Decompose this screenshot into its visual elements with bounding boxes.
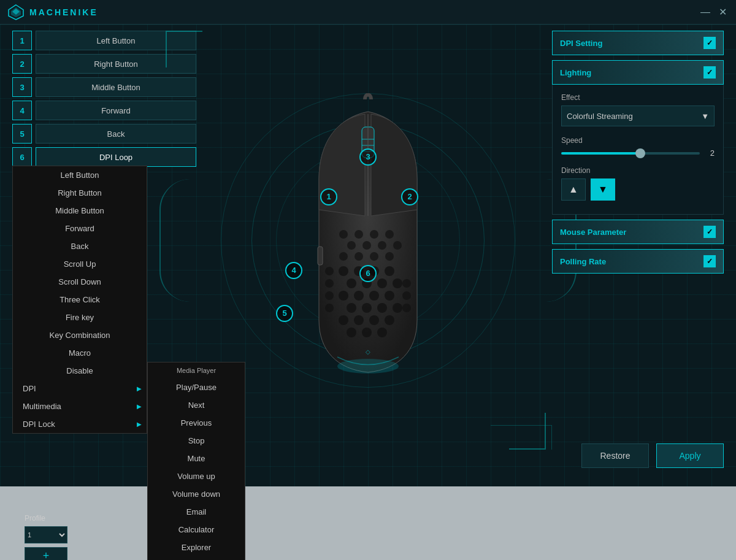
apply-button[interactable]: Apply [656, 443, 724, 468]
svg-point-16 [362, 303, 372, 313]
dropdown-item[interactable]: Three Click [13, 291, 147, 309]
corner-tl [166, 31, 202, 67]
button-label-3[interactable]: Middle Button [36, 77, 196, 97]
svg-point-15 [347, 303, 356, 313]
dropdown-subitem-dpi[interactable]: DPI▶ [13, 380, 147, 397]
submenu-item[interactable]: Email [148, 503, 245, 521]
profile-add-button[interactable]: + [25, 547, 67, 560]
dropdown-item[interactable]: Fire key [13, 309, 147, 326]
bottom-action-buttons: Restore Apply [581, 443, 724, 468]
dropdown-subitem-multimedia[interactable]: Multimedia▶ [13, 397, 147, 415]
lighting-check: ✓ [703, 66, 716, 79]
button-number-6[interactable]: 6 [12, 147, 32, 167]
submenu-item[interactable]: Previous [148, 414, 245, 432]
right-settings-panel: DPI Setting ✓ Lighting ✓ Effect Colorful… [552, 31, 724, 278]
mouse-label-5: 5 [276, 305, 293, 322]
dropdown-item[interactable]: Forward [13, 220, 147, 237]
mouse-label-6: 6 [359, 265, 377, 282]
dropdown-item[interactable]: Macro [13, 344, 147, 362]
mouse-image-container: ◇ 1 2 3 4 5 6 [270, 93, 466, 388]
submenu-item[interactable]: Volume up [148, 467, 245, 485]
mouse-param-section: Mouse Parameter ✓ [552, 220, 724, 244]
svg-point-13 [385, 291, 394, 301]
svg-point-14 [339, 291, 348, 301]
lighting-header[interactable]: Lighting ✓ [552, 60, 724, 85]
svg-point-43 [402, 291, 411, 300]
dropdown-item[interactable]: Scroll Up [13, 255, 147, 273]
dropdown-subitem-dpi lock[interactable]: DPI Lock▶ [13, 415, 147, 433]
mouse-param-title: Mouse Parameter [560, 228, 626, 237]
svg-point-5 [385, 266, 394, 276]
submenu-item[interactable]: Volume down [148, 485, 245, 503]
speed-slider-track[interactable] [561, 152, 700, 155]
direction-down-button[interactable]: ▼ [591, 178, 615, 201]
lighting-section: Lighting ✓ Effect Colorful Streaming ▼ S… [552, 60, 724, 215]
mouse-label-3: 3 [359, 148, 377, 166]
dropdown-item[interactable]: Middle Button [13, 202, 147, 220]
dropdown-item[interactable]: Key Combination [13, 326, 147, 344]
lighting-content: Effect Colorful Streaming ▼ Speed 2 Di [552, 85, 724, 215]
direction-buttons: ▲ ▼ [561, 178, 715, 201]
logo-icon [7, 4, 25, 21]
restore-button[interactable]: Restore [581, 443, 649, 468]
effect-select[interactable]: Colorful Streaming ▼ [561, 105, 715, 126]
button-number-3[interactable]: 3 [12, 77, 32, 97]
mouse-param-header[interactable]: Mouse Parameter ✓ [552, 220, 724, 244]
speed-value: 2 [705, 148, 715, 158]
svg-point-35 [370, 252, 378, 261]
polling-rate-header[interactable]: Polling Rate ✓ [552, 249, 724, 274]
dpi-header[interactable]: DPI Setting ✓ [552, 31, 724, 55]
submenu-item[interactable]: Mute [148, 450, 245, 467]
dropdown-item[interactable]: Back [13, 237, 147, 255]
svg-point-31 [362, 241, 371, 250]
svg-point-7 [347, 278, 356, 288]
effect-label: Effect [561, 93, 715, 102]
svg-point-27 [370, 230, 378, 239]
direction-up-button[interactable]: ▲ [561, 178, 586, 201]
profile-select[interactable]: 1 2 3 [25, 526, 67, 543]
svg-point-22 [339, 315, 348, 325]
svg-point-32 [378, 241, 386, 250]
dropdown-arrow: ▼ [701, 112, 709, 121]
submenu-item[interactable]: Home page [148, 556, 245, 560]
submenu-header: Media Player [148, 362, 245, 378]
close-button[interactable]: ✕ [716, 6, 729, 18]
svg-point-39 [325, 279, 334, 288]
polling-rate-section: Polling Rate ✓ [552, 249, 724, 274]
svg-point-12 [369, 291, 379, 301]
button-number-1[interactable]: 1 [12, 31, 32, 50]
submenu-item[interactable]: Stop [148, 432, 245, 450]
button-label-6[interactable]: DPI Loop [36, 147, 196, 167]
svg-point-21 [385, 315, 394, 325]
multimedia-submenu: Media PlayerPlay/PauseNextPreviousStopMu… [147, 362, 245, 560]
speed-label: Speed [561, 136, 715, 145]
dropdown-item[interactable]: Right Button [13, 184, 147, 202]
svg-point-38 [325, 267, 334, 275]
submenu-item[interactable]: Next [148, 396, 245, 414]
svg-point-18 [393, 303, 402, 313]
svg-point-10 [393, 278, 402, 288]
svg-point-9 [377, 278, 387, 288]
mouse-label-4: 4 [285, 262, 302, 279]
dropdown-item[interactable]: Disable [13, 362, 147, 380]
button-number-5[interactable]: 5 [12, 124, 32, 144]
button-label-4[interactable]: Forward [36, 101, 196, 120]
svg-point-37 [339, 252, 348, 261]
button-number-2[interactable]: 2 [12, 54, 32, 74]
svg-point-28 [385, 230, 394, 239]
button-label-5[interactable]: Back [36, 124, 196, 144]
bottom-gray-area [0, 486, 736, 560]
submenu-item[interactable]: Play/Pause [148, 378, 245, 396]
title-bar: MACHENIKE — ✕ [0, 0, 736, 25]
button-number-4[interactable]: 4 [12, 101, 32, 120]
minimize-button[interactable]: — [699, 6, 711, 18]
mouse-param-check: ✓ [703, 226, 716, 238]
dropdown-item[interactable]: Scroll Down [13, 273, 147, 291]
polling-rate-title: Polling Rate [560, 257, 606, 266]
submenu-item[interactable]: Calculator [148, 521, 245, 539]
button-row-4: 4Forward [12, 101, 196, 120]
speed-slider-thumb[interactable] [635, 148, 645, 158]
dropdown-item[interactable]: Left Button [13, 166, 147, 184]
svg-point-23 [347, 328, 356, 337]
submenu-item[interactable]: Explorer [148, 539, 245, 556]
